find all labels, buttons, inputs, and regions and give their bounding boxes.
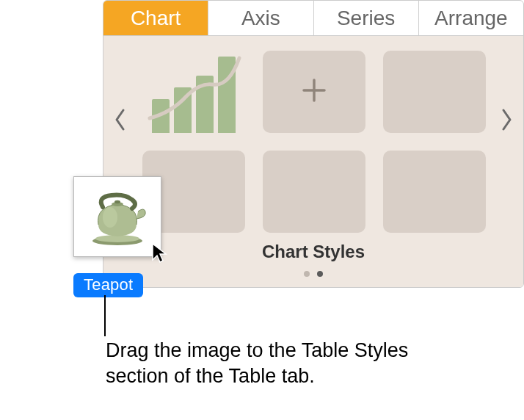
chart-styles-grid — [140, 51, 488, 233]
chevron-left-icon — [114, 108, 127, 134]
styles-next-button[interactable] — [498, 106, 514, 136]
page-dot-1[interactable] — [304, 271, 310, 277]
tab-bar: Chart Axis Series Arrange — [103, 1, 523, 36]
add-chart-style-button[interactable] — [263, 51, 365, 133]
tab-chart[interactable]: Chart — [103, 1, 208, 35]
page-dot-2[interactable] — [317, 271, 323, 277]
svg-point-3 — [114, 200, 120, 203]
bar-chart-icon — [142, 51, 245, 133]
chart-style-empty-slot[interactable] — [383, 151, 486, 233]
drag-label: Teapot — [73, 273, 143, 297]
chart-style-preset-1[interactable] — [142, 51, 245, 133]
svg-point-4 — [103, 207, 117, 228]
page-indicator — [103, 271, 523, 277]
styles-prev-button[interactable] — [112, 106, 128, 136]
chevron-right-icon — [500, 108, 513, 134]
chart-style-empty-slot[interactable] — [263, 151, 365, 233]
callout-line — [104, 295, 106, 336]
caption-text: Drag the image to the Table Styles secti… — [106, 338, 451, 389]
plus-icon — [298, 74, 330, 109]
dragged-thumbnail[interactable] — [73, 176, 161, 257]
teapot-image — [81, 182, 154, 251]
cursor-icon — [151, 242, 169, 264]
tab-arrange[interactable]: Arrange — [419, 1, 523, 35]
chart-style-empty-slot[interactable] — [383, 51, 486, 133]
tab-axis[interactable]: Axis — [208, 1, 313, 35]
tab-series[interactable]: Series — [314, 1, 419, 35]
